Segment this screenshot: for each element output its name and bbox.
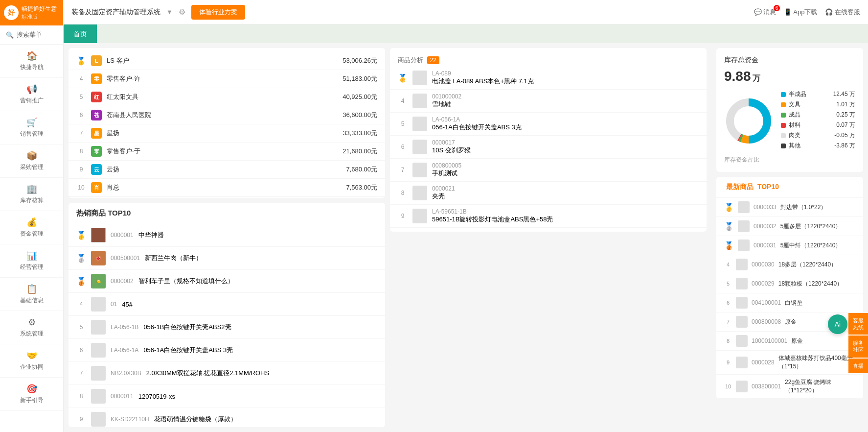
hot-name-7: 2.0X30MM双搓花轴.搓花直径2.1MM/ROHS [146,369,269,378]
sidebar-item-inventory[interactable]: 🏢 库存核算 [0,178,63,211]
sidebar-item-collab[interactable]: 🤝 企业协同 [0,344,63,378]
product-item-1: 🥇 LA-089 电池盖 LA-089 ABS本色+黑种 7.1克 [390,67,707,90]
search-icon: 🔍 [6,31,14,39]
prod-info-5: 0000017 10S 变刹罗猴 [432,139,699,155]
product-item-8: 9 LA-59651-1B 59651-1B旋转投影灯电池盒ABS黑色+58壳 [390,205,707,228]
gear-icon[interactable]: ⚙ [179,7,185,17]
rank-item-1: 🥇 L LS 客户 53,006.26元 [69,52,385,70]
rank-num-3: 5 [76,94,86,100]
hot-img-7 [91,366,106,381]
prod-img-8 [412,209,427,223]
prod-info-6: 000800005 手机测试 [432,162,699,178]
ai-button[interactable]: Ai [828,314,847,334]
sidebar-item-nav[interactable]: 🏠 快捷导航 [0,45,63,78]
new-img-7 [736,316,748,328]
rank-item-6: 8 零 零售客户·于 21,680.00元 [69,143,385,161]
badge-6: 零 [91,146,102,157]
rank-amount-3: 40,925.00元 [343,93,377,101]
product-item-6: 7 000800005 手机测试 [390,159,707,182]
float-btn-service[interactable]: 客服热线 [848,313,868,335]
rank-num-5: 7 [76,130,86,137]
rank-amount-5: 33,333.00元 [343,129,377,138]
hot-code-5: LA-056-1B [111,324,138,331]
hot-code-7: NB2.0X30B [111,370,141,377]
hot-item-5: 5 LA-056-1B 056-1B白色按键开关壳ABS2壳 [69,316,385,339]
hot-code-2: 000500001 [111,255,140,262]
headset-icon: 🎧 [825,8,833,16]
rank-name-4: 苍南县人民医院 [107,111,338,120]
hot-img-5 [91,320,106,335]
new-item-1: 🥇 0000033 封边带（1.0*22） [716,198,863,217]
prod-img-6 [412,163,427,177]
new-code-6: 004100001 [752,299,781,306]
hot-name-6: 056-1A白色按键开关盖ABS 3壳 [143,346,233,355]
hot-item-6: 6 LA-056-1A 056-1A白色按键开关盖ABS 3壳 [69,339,385,362]
hot-item-8: 8 0000011 12070519-xs [69,385,385,408]
inventory-title: 库存总资金 [724,56,855,65]
badge-5: 星 [91,128,102,139]
new-code-2: 0000032 [754,223,777,230]
legend-label-2: 文具 [789,100,833,109]
prod-medal-1: 🥇 [398,73,408,83]
legend-item-4: 材料 0.07 万 [781,121,855,129]
prod-code-3: 001000002 [432,93,699,100]
sidebar-item-operations[interactable]: 📊 经营管理 [0,244,63,278]
main-content: 装备及固定资产辅助管理系统 ▼ ⚙ 体验行业方案 💬 消息 6 📱 App下载 … [64,0,868,432]
legend-item-1: 半成品 12.45 万 [781,90,855,98]
inventory-unit: 万 [753,74,760,82]
legend-item-2: 文具 1.01 万 [781,100,855,109]
badge-3: 红 [91,92,102,102]
new-rank-5: 5 [724,281,732,287]
new-code-10: 003800001 [752,383,781,390]
hot-products-header: 热销商品 TOP10 [69,203,385,224]
sidebar-item-purchase[interactable]: 📦 采购管理 [0,144,63,178]
online-service-button[interactable]: 🎧 在线客服 [825,8,860,17]
search-menu[interactable]: 🔍 搜索菜单 [0,25,63,45]
donut-container: 半成品 12.45 万 文具 1.01 万 成品 0.25 万 [724,90,855,152]
sidebar-item-guide[interactable]: 🎯 新手引导 [0,378,63,411]
prod-rank-5: 6 [398,144,408,150]
rank-name-8: 肖总 [107,183,341,192]
prod-code-6: 000800005 [432,162,699,169]
hot-item-3: 🥉 🍋 0000002 智利车子里（规格不知道填什么） [69,270,385,293]
new-code-4: 0000030 [752,261,775,268]
trial-button[interactable]: 体验行业方案 [191,5,245,20]
sidebar-item-finance[interactable]: 💰 资金管理 [0,211,63,244]
tab-home[interactable]: 首页 [64,24,97,43]
hot-img-2: 🥩 [91,251,106,265]
inventory-amount: 9.88 [724,69,751,84]
prod-name-8: 59651-1B旋转投影灯电池盒ABS黑色+58壳 [432,215,699,224]
sidebar-item-marketing[interactable]: 📢 营销推广 [0,78,63,111]
sidebar-item-sales[interactable]: 🛒 销售管理 [0,111,63,144]
hot-name-4: 45# [122,301,133,308]
float-btn-live[interactable]: 直播 [848,359,868,373]
hot-rank-6: 6 [76,347,86,354]
hot-img-4 [91,297,106,312]
new-name-4: 18多层（1220*2440） [778,261,855,269]
prod-code-5: 0000017 [432,139,699,146]
prod-name-4: 056-1A白色按键开关盖ABS 3克 [432,123,699,132]
new-rank-9: 9 [724,360,732,365]
legend-label-5: 肉类 [789,131,831,140]
donut-chart [724,96,773,145]
logo-icon: 好 [4,5,19,20]
legend-item-6: 其他 -3.86 万 [781,142,855,150]
dropdown-icon[interactable]: ▼ [166,8,173,16]
rank-item-5: 7 星 星扬 33,333.00元 [69,124,385,143]
new-name-1: 封边带（1.0*22） [780,203,855,212]
new-name-10: 22g鱼豆腐·烧烤味（1*12*20） [785,378,855,395]
hot-item-9: 9 KK-SD22110H 花语萌情温分键糖袋（厚款） [69,408,385,427]
new-img-9 [736,357,748,368]
operations-icon: 📊 [26,250,37,261]
hot-code-1: 0000001 [111,232,134,239]
legend-val-1: 12.45 万 [833,90,855,98]
legend-val-5: -0.05 万 [834,131,855,140]
float-btn-community[interactable]: 服务社区 [848,336,868,358]
hot-img-8 [91,389,106,404]
message-button[interactable]: 💬 消息 6 [754,8,777,17]
new-img-3 [738,240,750,251]
badge-7: 云 [91,164,102,175]
sidebar-item-system[interactable]: ⚙ 系统管理 [0,311,63,344]
sidebar-item-basics[interactable]: 📋 基础信息 [0,278,63,311]
app-download-button[interactable]: 📱 App下载 [784,8,817,17]
